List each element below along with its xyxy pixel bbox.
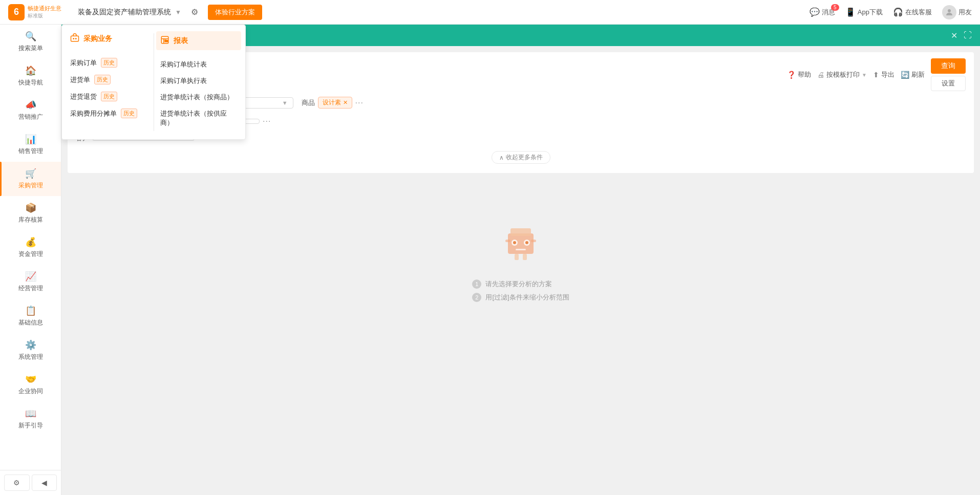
dropdown-item-return[interactable]: 进货退货 历史 [70, 88, 147, 105]
sidebar-item-system[interactable]: ⚙️ 系统管理 [0, 333, 61, 368]
refresh-label: 刷新 [911, 70, 925, 79]
collapse-btn[interactable]: ∧ 收起更多条件 [492, 151, 550, 164]
sidebar-item-guide[interactable]: 📖 新手引导 [0, 402, 61, 436]
sidebar-label-nav: 快捷导航 [18, 78, 43, 87]
dropdown-item-receive-stats-supplier[interactable]: 进货单统计表（按供应商） [160, 105, 238, 131]
header-messages[interactable]: 💬 消息 5 [809, 7, 835, 17]
sidebar-item-cooperation[interactable]: 🤝 企业协同 [0, 368, 61, 402]
purchase-col-title: 采购业务 [83, 34, 112, 44]
svg-point-0 [948, 9, 951, 12]
sidebar: 🔍 搜索菜单 🏠 快捷导航 📣 营销推广 📊 销售管理 🛒 采购管理 📦 库存核… [0, 25, 61, 495]
header-user[interactable]: 用友 [942, 5, 972, 19]
help-icon: ❓ [787, 71, 796, 79]
po-exec-label: 采购订单执行表 [160, 76, 207, 85]
reports-col-header: 报表 [156, 31, 242, 50]
sales-icon: 📊 [25, 134, 36, 145]
dropdown-divider [154, 33, 154, 131]
sidebar-collapse-btn[interactable]: ◀ [32, 475, 57, 491]
tab-fullscreen-icon[interactable]: ⛶ [964, 31, 972, 40]
purchase-dropdown-menu: 采购业务 采购订单 历史 进货单 历史 进货退货 历史 采购费用分摊单 历史 [61, 25, 246, 140]
sidebar-item-purchase[interactable]: 🛒 采购管理 [0, 162, 61, 196]
operation-icon: 📈 [25, 271, 36, 282]
dropdown-item-receive[interactable]: 进货单 历史 [70, 71, 147, 88]
tip-num-2: 2 [472, 293, 481, 302]
goods-tag-close[interactable]: ✕ [343, 99, 348, 106]
goods-label: 商品 [302, 98, 315, 107]
goods-filter: 商品 设计素 ✕ ··· [302, 97, 364, 109]
logo-sub: 标准版 [28, 12, 61, 19]
dropdown-item-receive-stats-goods[interactable]: 进货单统计表（按商品） [160, 89, 238, 105]
empty-tips: 1 请先选择要分析的方案 2 用[过滤]条件来缩小分析范围 [472, 279, 569, 302]
empty-illustration [495, 218, 546, 269]
refresh-action[interactable]: 🔄 刷新 [901, 70, 925, 79]
query-btn[interactable]: 查询 [931, 58, 966, 74]
sidebar-item-nav[interactable]: 🏠 快捷导航 [0, 59, 61, 93]
dropdown-item-po-stats[interactable]: 采购订单统计表 [160, 56, 238, 73]
tip-1-text: 请先选择要分析的方案 [485, 279, 552, 289]
sidebar-label-finance: 资金管理 [18, 250, 43, 259]
purchase-order-hist: 历史 [101, 58, 117, 68]
sidebar-item-operation[interactable]: 📈 经营管理 [0, 265, 61, 299]
svg-point-13 [73, 38, 74, 39]
online-service-label: 在线客服 [905, 8, 932, 17]
system-dropdown-icon[interactable]: ▼ [175, 9, 181, 16]
expense-hist: 历史 [121, 109, 137, 118]
system-settings-icon[interactable]: ⚙ [187, 5, 202, 19]
finance-icon: 💰 [25, 236, 36, 248]
sidebar-item-basic[interactable]: 📋 基础信息 [0, 299, 61, 333]
empty-tip-2: 2 用[过滤]条件来缩小分析范围 [472, 293, 569, 302]
svg-rect-10 [515, 254, 519, 260]
reports-col: 报表 采购订单统计表 采购订单执行表 进货单统计表（按商品） 进货单统计表（按供… [160, 33, 238, 131]
collapse-row: ∧ 收起更多条件 [76, 148, 966, 167]
message-icon: 💬 [809, 7, 820, 17]
industry-btn[interactable]: 体验行业方案 [208, 5, 262, 20]
tip-2-text: 用[过滤]条件来缩小分析范围 [485, 293, 569, 302]
sidebar-item-sales[interactable]: 📊 销售管理 [0, 127, 61, 162]
dropdown-cols: 采购业务 采购订单 历史 进货单 历史 进货退货 历史 采购费用分摊单 历史 [70, 33, 237, 131]
goods-ellipsis-btn[interactable]: ··· [355, 98, 364, 107]
sidebar-label-system: 系统管理 [18, 353, 43, 361]
print-icon: 🖨 [817, 71, 824, 79]
svg-rect-9 [531, 240, 536, 242]
empty-tip-1: 1 请先选择要分析的方案 [472, 279, 569, 289]
reports-col-title: 报表 [174, 36, 188, 46]
return-hist: 历史 [101, 92, 117, 101]
sidebar-item-search[interactable]: 🔍 搜索菜单 [0, 25, 61, 59]
message-badge: 5 [831, 4, 839, 11]
logo-icon: 6 [8, 4, 25, 20]
svg-rect-16 [165, 40, 166, 42]
dropdown-item-purchase-order[interactable]: 采购订单 历史 [70, 54, 147, 71]
po-stats-label: 采购订单统计表 [160, 60, 207, 69]
sidebar-label-marketing: 营销推广 [18, 113, 43, 121]
svg-point-6 [525, 241, 528, 244]
sidebar-settings-btn[interactable]: ⚙ [4, 475, 30, 491]
sidebar-item-finance[interactable]: 💰 资金管理 [0, 230, 61, 265]
cooperation-icon: 🤝 [25, 374, 36, 385]
header-online-service[interactable]: 🎧 在线客服 [893, 7, 932, 17]
header-app-download[interactable]: 📱 App下载 [845, 7, 883, 17]
refresh-icon: 🔄 [901, 71, 909, 79]
dropdown-item-po-exec[interactable]: 采购订单执行表 [160, 73, 238, 89]
sidebar-item-inventory[interactable]: 📦 库存核算 [0, 196, 61, 230]
goods-tag-label: 设计素 [323, 98, 341, 107]
export-icon: ⬆ [873, 71, 879, 79]
tab-close-all-icon[interactable]: ✕ [951, 31, 957, 40]
header-system-name: 装备及固定资产辅助管理系统 ▼ ⚙ [78, 5, 202, 19]
export-action[interactable]: ⬆ 导出 [873, 70, 894, 79]
svg-rect-11 [523, 254, 527, 260]
print-action[interactable]: 🖨 按模板打印 ▼ [817, 70, 867, 79]
expense-label: 采购费用分摊单 [70, 109, 117, 118]
sidebar-item-marketing[interactable]: 📣 营销推广 [0, 93, 61, 127]
purchase-col: 采购业务 采购订单 历史 进货单 历史 进货退货 历史 采购费用分摊单 历史 [70, 33, 147, 131]
settings-btn[interactable]: 设置 [931, 76, 966, 91]
doc-status-chevron: ▼ [282, 100, 288, 106]
help-action[interactable]: ❓ 帮助 [787, 70, 811, 79]
salesperson-ellipsis[interactable]: ··· [263, 117, 271, 126]
system-name-text: 装备及固定资产辅助管理系统 [78, 8, 171, 17]
tab-right-icons: ✕ ⛶ [951, 31, 980, 40]
dropdown-item-expense[interactable]: 采购费用分摊单 历史 [70, 105, 147, 122]
user-avatar [942, 5, 956, 19]
purchase-icon: 🛒 [25, 168, 36, 179]
svg-rect-7 [516, 249, 526, 250]
print-dropdown-icon: ▼ [862, 72, 867, 78]
